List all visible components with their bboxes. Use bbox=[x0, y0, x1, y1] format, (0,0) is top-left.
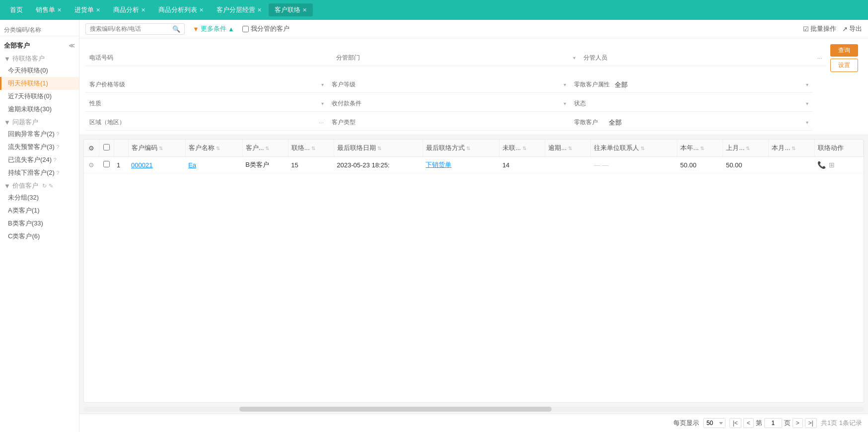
col-name[interactable]: 客户名称⇅ bbox=[185, 140, 242, 157]
col-this-year[interactable]: 本年...⇅ bbox=[677, 140, 723, 157]
payment-input[interactable] bbox=[364, 100, 561, 107]
nav-product-analysis[interactable]: 商品分析 ✕ bbox=[107, 3, 151, 16]
page-size-select[interactable]: 50 10 20 100 bbox=[703, 418, 725, 428]
my-customers-checkbox-wrap[interactable]: 我分管的客户 bbox=[242, 24, 289, 33]
export-button[interactable]: ↗ 导出 bbox=[842, 24, 862, 33]
col-contact-person[interactable]: 往来单位联系人⇅ bbox=[591, 140, 677, 157]
filter-retail-attr[interactable]: 零散客户属性 全部 ▾ bbox=[570, 77, 812, 93]
nav-customer-tier-close[interactable]: ✕ bbox=[257, 7, 262, 13]
dept-input[interactable] bbox=[369, 55, 570, 62]
col-type[interactable]: 客户...⇅ bbox=[242, 140, 288, 157]
sort-icon-last-method[interactable]: ⇅ bbox=[466, 145, 470, 151]
more-icon[interactable]: ··· bbox=[817, 55, 822, 62]
sort-icon-contacts[interactable]: ⇅ bbox=[311, 145, 315, 151]
edit-icon[interactable]: ✎ bbox=[49, 183, 53, 189]
refresh-icon[interactable]: ↻ bbox=[42, 183, 47, 189]
col-settings[interactable]: ⚙ bbox=[84, 140, 99, 157]
nav-sales[interactable]: 销售单 ✕ bbox=[30, 3, 68, 16]
sidebar-item-ungrouped[interactable]: 未分组(32) bbox=[0, 191, 79, 204]
search-input[interactable] bbox=[90, 25, 172, 32]
filter-dept[interactable]: 分管部门 ▾ bbox=[332, 50, 579, 66]
sidebar-item-class-a[interactable]: A类客户(1) bbox=[0, 204, 79, 217]
sort-icon-last-month[interactable]: ⇅ bbox=[746, 145, 750, 151]
query-button[interactable]: 查询 bbox=[830, 44, 858, 57]
grid-action-icon[interactable]: ⊞ bbox=[829, 161, 835, 169]
sidebar-search-bar[interactable]: 🔍 bbox=[0, 24, 79, 36]
more-icon-2[interactable]: ··· bbox=[319, 119, 324, 126]
sidebar-item-tomorrow[interactable]: 明天待联络(1) bbox=[0, 77, 79, 90]
customer-type-input[interactable] bbox=[364, 119, 566, 126]
nature-input[interactable] bbox=[122, 100, 318, 107]
nav-home[interactable]: 首页 bbox=[4, 3, 29, 16]
sidebar-item-class-c[interactable]: C类客户(6) bbox=[0, 230, 79, 243]
next-page-button[interactable]: > bbox=[793, 418, 803, 428]
my-customers-checkbox[interactable] bbox=[242, 26, 249, 32]
sidebar-all-customers[interactable]: 全部客户 ≪ bbox=[0, 39, 79, 52]
nav-customer-contact-close[interactable]: ✕ bbox=[302, 7, 307, 13]
col-last-month[interactable]: 上月...⇅ bbox=[723, 140, 769, 157]
row-settings[interactable]: ⚙ bbox=[84, 157, 99, 173]
nav-product-analysis-list-close[interactable]: ✕ bbox=[199, 7, 204, 13]
sort-icon-this-month[interactable]: ⇅ bbox=[792, 145, 796, 151]
filter-customer-grade[interactable]: 客户等级 ▾ bbox=[328, 77, 570, 93]
last-page-button[interactable]: >| bbox=[805, 418, 817, 428]
sidebar-item-churn-warning[interactable]: 流失预警客户(3) ? bbox=[0, 141, 79, 153]
horizontal-scrollbar[interactable] bbox=[83, 407, 864, 412]
filter-status[interactable]: 状态 ▾ bbox=[570, 96, 812, 112]
sort-icon-this-year[interactable]: ⇅ bbox=[700, 145, 704, 151]
sort-icon-contact-person[interactable]: ⇅ bbox=[641, 145, 645, 151]
filter-retail-customer[interactable]: 零散客户 全部 ▾ bbox=[570, 115, 812, 131]
col-this-month[interactable]: 本月...⇅ bbox=[769, 140, 814, 157]
sidebar-item-declining[interactable]: 持续下滑客户(2) ? bbox=[0, 166, 79, 179]
row-name[interactable]: Ea bbox=[185, 157, 242, 173]
region-input[interactable] bbox=[128, 119, 316, 126]
more-filter-button[interactable]: ▼ 更多条件 ▲ bbox=[189, 23, 238, 35]
sort-icon-last-date[interactable]: ⇅ bbox=[377, 145, 381, 151]
nav-customer-contact[interactable]: 客户联络 ✕ bbox=[269, 3, 313, 16]
nav-purchase-close[interactable]: ✕ bbox=[96, 7, 100, 13]
customer-grade-input[interactable] bbox=[364, 81, 561, 88]
row-code[interactable]: 000021 bbox=[128, 157, 185, 173]
nav-purchase[interactable]: 进货单 ✕ bbox=[69, 3, 106, 16]
select-all-checkbox[interactable] bbox=[103, 144, 110, 150]
page-number-input[interactable] bbox=[764, 418, 782, 428]
sort-icon-no-contact[interactable]: ⇅ bbox=[522, 145, 526, 151]
filter-phone[interactable]: 电话号码 bbox=[85, 50, 332, 66]
col-code[interactable]: 客户编码⇅ bbox=[128, 140, 185, 157]
nav-product-analysis-close[interactable]: ✕ bbox=[141, 7, 145, 13]
sidebar-item-class-b[interactable]: B类客户(33) bbox=[0, 217, 79, 230]
settings-button[interactable]: 设置 bbox=[830, 59, 858, 72]
sort-icon-overdue[interactable]: ⇅ bbox=[568, 145, 572, 151]
col-no-contact[interactable]: 未联...⇅ bbox=[500, 140, 545, 157]
filter-price-grade[interactable]: 客户价格等级 ▾ bbox=[85, 77, 328, 93]
phone-input[interactable] bbox=[122, 55, 328, 62]
sidebar-item-churned[interactable]: 已流失客户(24) ? bbox=[0, 153, 79, 166]
col-checkbox[interactable] bbox=[99, 140, 114, 157]
filter-customer-type[interactable]: 客户类型 bbox=[328, 115, 570, 131]
col-contacts[interactable]: 联络...⇅ bbox=[288, 140, 334, 157]
filter-manager[interactable]: 分管人员 ··· bbox=[579, 50, 826, 66]
phone-action-icon[interactable]: 📞 bbox=[817, 161, 826, 169]
manager-input[interactable] bbox=[616, 55, 814, 62]
col-last-method[interactable]: 最后联络方式⇅ bbox=[423, 140, 499, 157]
row-checkbox[interactable] bbox=[99, 157, 114, 173]
sort-icon-type[interactable]: ⇅ bbox=[265, 145, 269, 151]
col-last-date[interactable]: 最后联络日期⇅ bbox=[334, 140, 423, 157]
sort-icon-code[interactable]: ⇅ bbox=[159, 145, 163, 151]
row-select-checkbox[interactable] bbox=[103, 161, 110, 167]
price-grade-input[interactable] bbox=[128, 81, 318, 88]
col-overdue[interactable]: 逾期...⇅ bbox=[545, 140, 591, 157]
batch-action-button[interactable]: ☑ 批量操作 bbox=[803, 24, 836, 33]
sort-icon-name[interactable]: ⇅ bbox=[216, 145, 220, 151]
sidebar-item-today[interactable]: 今天待联络(0) bbox=[0, 64, 79, 77]
status-input[interactable] bbox=[607, 100, 803, 107]
filter-payment[interactable]: 收付款条件 ▾ bbox=[328, 96, 570, 112]
row-last-method[interactable]: 下销货单 bbox=[423, 157, 499, 173]
sidebar-search-input[interactable] bbox=[4, 26, 78, 33]
first-page-button[interactable]: |< bbox=[729, 418, 741, 428]
filter-nature[interactable]: 性质 ▾ bbox=[85, 96, 328, 112]
search-wrap[interactable]: 🔍 bbox=[85, 23, 185, 35]
sidebar-item-overdue[interactable]: 逾期未联络(30) bbox=[0, 103, 79, 116]
filter-region[interactable]: 区域（地区） ··· bbox=[85, 115, 328, 131]
sidebar-item-abnormal[interactable]: 回购异常客户(2) ? bbox=[0, 128, 79, 141]
